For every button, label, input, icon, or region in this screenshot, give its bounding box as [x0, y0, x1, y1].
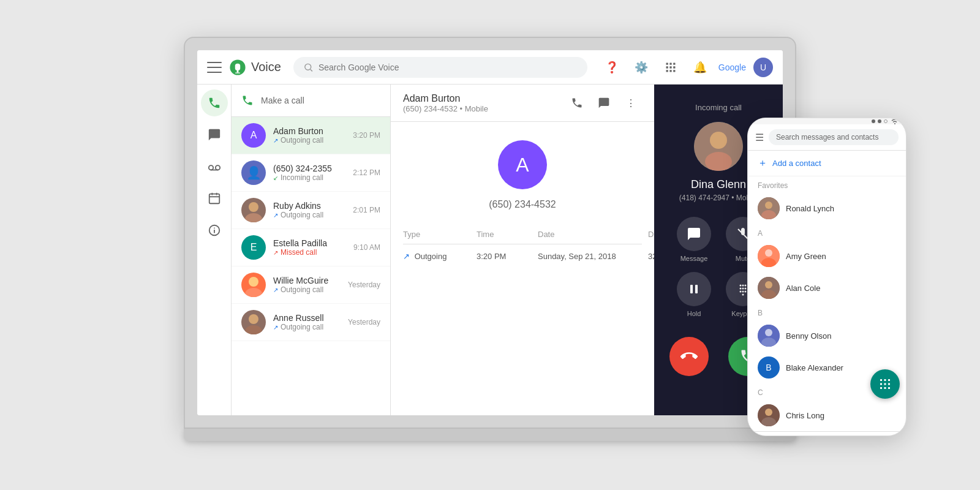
laptop-body: Voice ❓ ⚙️	[184, 37, 796, 429]
call-item-willie[interactable]: Willie McGuire ↗ Outgoing call Yesterday	[232, 266, 390, 304]
search-input[interactable]	[318, 62, 578, 72]
call-info-unknown: (650) 324-2355 ↙ Incoming call	[273, 164, 345, 182]
ruby-photo	[241, 198, 266, 222]
svg-point-48	[765, 202, 772, 209]
svg-rect-67	[888, 383, 890, 385]
chris-photo	[758, 404, 780, 426]
svg-point-15	[215, 165, 219, 170]
voice-logo: Voice	[229, 59, 281, 76]
phone-search-input[interactable]: Search messages and contacts	[769, 129, 899, 145]
svg-rect-13	[673, 70, 675, 72]
settings-button[interactable]: ⚙️	[630, 56, 652, 78]
incoming-label: Incoming call	[695, 103, 742, 112]
laptop-base	[184, 429, 796, 441]
sidebar-item-phone[interactable]	[201, 89, 228, 116]
phone-contact-benny[interactable]: Benny Olson	[748, 320, 906, 352]
call-time-adam: 3:20 PM	[353, 131, 380, 140]
ronald-photo	[758, 197, 780, 219]
laptop-screen: Voice ❓ ⚙️	[197, 50, 783, 415]
alan-avatar	[758, 277, 780, 299]
ronald-name: Ronald Lynch	[786, 204, 834, 213]
detail-content: A (650) 234-4532 Type Time Date Duration	[391, 122, 654, 415]
call-time-ruby: 2:01 PM	[353, 206, 380, 214]
svg-rect-7	[673, 62, 675, 64]
header-actions: ❓ ⚙️	[601, 56, 773, 78]
call-button[interactable]	[566, 92, 588, 114]
help-button[interactable]: ❓	[601, 56, 623, 78]
end-call-button[interactable]	[669, 337, 709, 376]
call-item-anne[interactable]: Anne Russell ↗ Outgoing call Yesterday	[232, 304, 390, 341]
sidebar-item-calendar[interactable]	[201, 185, 228, 212]
phone-contact-ronald[interactable]: Ronald Lynch	[748, 192, 906, 224]
notifications-button[interactable]: 🔔	[689, 56, 711, 78]
svg-rect-8	[666, 66, 668, 68]
message-icon	[598, 97, 610, 109]
svg-point-28	[249, 314, 258, 324]
sidebar-item-messages[interactable]	[201, 121, 228, 148]
svg-rect-35	[695, 285, 698, 293]
message-icon	[208, 128, 221, 141]
ronald-avatar	[758, 197, 780, 219]
menu-icon[interactable]	[207, 60, 222, 75]
call-time-willie: Yesterday	[348, 281, 380, 289]
call-item-ruby[interactable]: Ruby Adkins ↗ Outgoing call 2:01 PM	[232, 192, 390, 229]
hold-ctrl-button[interactable]: Hold	[677, 272, 711, 317]
outgoing-indicator: ↗	[403, 252, 410, 261]
amy-avatar	[758, 245, 780, 267]
signal-dot-2	[878, 119, 881, 123]
phone-contact-alan[interactable]: Alan Cole	[748, 272, 906, 304]
call-time-anne: Yesterday	[348, 318, 380, 326]
call-item-estella[interactable]: E Estella Padilla ↗ Missed call 9:10 AM	[232, 229, 390, 266]
svg-rect-1	[237, 70, 239, 72]
search-bar[interactable]	[293, 57, 587, 78]
call-type-anne: ↗ Outgoing call	[273, 323, 341, 331]
svg-rect-69	[884, 387, 886, 389]
signal-dot-3	[884, 119, 888, 123]
call-item-adam[interactable]: A Adam Burton ↗ Outgoing call 3:20 PM	[232, 117, 390, 154]
svg-rect-64	[888, 379, 890, 381]
svg-point-40	[742, 288, 744, 290]
svg-point-42	[740, 291, 742, 293]
blake-avatar: B	[758, 356, 780, 379]
col-duration: Duration	[648, 230, 654, 239]
mobile-phone: ☰ Search messages and contacts ＋ Add a c…	[747, 118, 907, 436]
phone-menu-icon[interactable]: ☰	[755, 132, 764, 143]
message-ctrl-button[interactable]: Message	[677, 217, 711, 262]
message-button[interactable]	[593, 92, 615, 114]
grid-button[interactable]	[660, 56, 682, 78]
svg-point-3	[305, 64, 311, 70]
phone-contact-chris[interactable]: Chris Long	[748, 399, 906, 431]
make-call-button[interactable]: Make a call	[232, 85, 390, 117]
willie-photo	[241, 273, 266, 297]
call-type-adam: ↗ Outgoing call	[273, 136, 345, 145]
fab-button[interactable]	[870, 369, 900, 399]
user-avatar[interactable]: U	[753, 58, 773, 77]
svg-point-41	[745, 288, 747, 290]
call-avatar-anne	[241, 310, 266, 334]
call-item-unknown[interactable]: 👤 (650) 324-2355 ↙ Incoming call 2:12 PM	[232, 154, 390, 192]
make-call-label: Make a call	[261, 96, 304, 105]
b-section-label: B	[748, 304, 906, 320]
sidebar-item-info[interactable]	[201, 217, 228, 244]
call-name-adam: Adam Burton	[273, 126, 345, 136]
phone-bottom-nav: 📞 Phone 👤 Contacts 💬 Messages 📻 Voicemai…	[748, 431, 906, 436]
log-type: ↗ Outgoing	[403, 252, 477, 261]
incoming-name: Dina Glenn	[691, 178, 746, 191]
svg-rect-9	[669, 66, 671, 68]
svg-point-51	[765, 249, 772, 257]
detail-contact-number: (650) 234-4532 • Mobile	[403, 104, 559, 113]
caller-phone: (650) 234-4532	[489, 199, 556, 210]
alan-photo	[758, 277, 780, 299]
more-button[interactable]: ⋮	[620, 92, 642, 114]
phone-add-contact-button[interactable]: ＋ Add a contact	[748, 151, 906, 176]
svg-point-43	[742, 291, 744, 293]
svg-point-54	[765, 281, 772, 288]
svg-point-26	[249, 277, 258, 287]
sidebar-item-voicemail[interactable]	[201, 153, 228, 180]
benny-photo	[758, 325, 780, 347]
dina-photo	[694, 122, 743, 171]
svg-rect-6	[669, 62, 671, 64]
detail-contact-info: Adam Burton (650) 234-4532 • Mobile	[403, 93, 559, 113]
phone-contact-amy[interactable]: Amy Green	[748, 240, 906, 272]
chris-name: Chris Long	[786, 411, 824, 420]
